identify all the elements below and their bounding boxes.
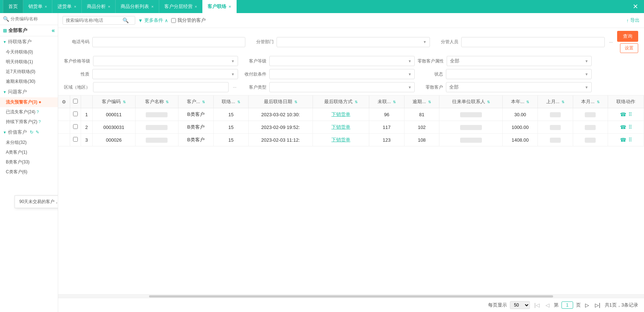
prev-page-button[interactable]: ◁ [544, 302, 551, 308]
first-page-button[interactable]: |◁ [533, 302, 541, 308]
settings-button[interactable]: 设置 [620, 43, 638, 53]
col-this-month[interactable]: 本月... ⇅ [573, 96, 608, 108]
sidebar-all-customers[interactable]: ⊞ 全部客户 « [0, 25, 58, 36]
search-submit-icon[interactable]: 🔍 [122, 17, 129, 23]
nature-select[interactable]: ▼ [92, 69, 238, 79]
sidebar-item-b-class[interactable]: B类客户(33) [0, 157, 58, 167]
sidebar-item-c-class[interactable]: C类客户(6) [0, 167, 58, 177]
nav-tab-customer-segment[interactable]: 客户分层经营 × [159, 0, 202, 13]
row3-more-icon[interactable]: ⠿ [628, 137, 632, 143]
col-code[interactable]: 客户编码 ⇅ [92, 96, 135, 108]
nav-tab-purchase[interactable]: 进货单 × [52, 0, 81, 13]
sidebar-item-week-contact[interactable]: 近7天待联络(0) [0, 67, 58, 77]
sidebar-search-input[interactable] [11, 16, 58, 21]
manager-select[interactable] [461, 37, 605, 47]
row2-not-contacted: 117 [369, 121, 404, 134]
col-not-contacted[interactable]: 未联... ⇅ [369, 96, 404, 108]
manager-more-button[interactable]: ··· [608, 40, 614, 45]
col-last-month[interactable]: 上月... ⇅ [538, 96, 573, 108]
row2-contact-icon[interactable]: ☎ [620, 124, 626, 130]
row1-more-icon[interactable]: ⠿ [628, 112, 632, 117]
nav-tab-customer-contact[interactable]: 客户联络 × [202, 0, 236, 13]
page-number-input[interactable] [562, 301, 573, 309]
row1-contact-icon[interactable]: ☎ [620, 112, 626, 117]
nav-tab-home[interactable]: 首页 [3, 0, 23, 13]
retail-select[interactable]: 全部 ▼ [446, 82, 592, 92]
dept-select[interactable]: ▼ [277, 37, 430, 47]
col-name[interactable]: 客户名称 ⇅ [135, 96, 178, 108]
col-last-contact-date[interactable]: 最后联络日期 ⇅ [249, 96, 313, 108]
row2-way-link[interactable]: 下销货单 [331, 124, 350, 130]
col-settings[interactable]: ⚙ [58, 96, 70, 108]
col-last-contact-way[interactable]: 最后联络方式 ⇅ [313, 96, 369, 108]
overdue-sort-icon: ⇅ [428, 100, 431, 104]
sidebar-item-tomorrow-contact[interactable]: 明天待联络(1) [0, 57, 58, 67]
my-customers-checkbox[interactable] [171, 18, 176, 23]
phone-input[interactable] [92, 37, 245, 47]
sidebar-item-ungrouped[interactable]: 未分组(32) [0, 138, 58, 147]
row3-check[interactable] [73, 137, 78, 142]
sidebar-group-value[interactable]: ▼ 价值客户 ↻ ✎ [0, 127, 58, 138]
sidebar-item-a-class[interactable]: A类客户(1) [0, 147, 58, 157]
status-select[interactable]: ▼ [446, 69, 592, 79]
row3-name [135, 134, 178, 146]
row2-type: B类客户 [178, 121, 214, 134]
analysis-list-tab-close[interactable]: × [151, 4, 153, 9]
more-filter-button[interactable]: ▼ 更多条件 ∧ [138, 17, 168, 24]
customer-type-select[interactable]: ▼ [269, 82, 415, 92]
retail-attr-select[interactable]: 全部 ▼ [447, 56, 592, 66]
query-button[interactable]: 查询 [617, 31, 638, 42]
refresh-icon[interactable]: ↻ [30, 130, 33, 135]
sales-tab-close[interactable]: × [45, 4, 47, 9]
nav-tab-sales[interactable]: 销货单 × [23, 0, 52, 13]
row2-more-icon[interactable]: ⠿ [628, 124, 632, 130]
row3-contact-icon[interactable]: ☎ [620, 137, 626, 143]
sidebar-item-today-contact[interactable]: 今天待联络(0) [0, 47, 58, 57]
customer-segment-tab-close[interactable]: × [195, 4, 197, 9]
search-input[interactable] [66, 18, 120, 23]
horizontal-scroll-track[interactable] [58, 294, 644, 298]
col-not-contacted-label: 未联... [378, 99, 391, 104]
row1-way-link[interactable]: 下销货单 [331, 112, 350, 117]
sidebar-item-declining[interactable]: 持续下滑客户(2) ? [0, 117, 58, 127]
region-input[interactable] [93, 82, 229, 92]
col-contact[interactable]: 联络... ⇅ [213, 96, 249, 108]
export-button[interactable]: ↑ 导出 [627, 17, 640, 24]
edit-value-icon[interactable]: ✎ [36, 130, 39, 135]
col-overdue[interactable]: 逾期... ⇅ [404, 96, 439, 108]
close-all-tabs-button[interactable]: ✕ [630, 3, 641, 11]
row1-num: 1 [81, 108, 92, 121]
last-page-button[interactable]: ▷| [593, 302, 602, 308]
export-icon: ↑ [627, 18, 629, 23]
row2-check[interactable] [73, 124, 78, 129]
customer-contact-tab-close[interactable]: × [229, 4, 231, 9]
sidebar-item-churn-warning[interactable]: 流失预警客户(3) ● [0, 97, 58, 107]
nav-tab-analysis-list[interactable]: 商品分析列表 × [116, 0, 159, 13]
row2-unit-contact [439, 121, 503, 134]
select-all-checkbox[interactable] [73, 99, 78, 104]
price-level-select[interactable]: ▼ [93, 56, 238, 66]
region-more-button[interactable]: ··· [232, 85, 238, 90]
payment-select[interactable]: ▼ [269, 69, 415, 79]
sidebar-item-overdue-contact[interactable]: 逾期未联络(30) [0, 77, 58, 86]
sidebar-item-churned[interactable]: 已流失客户(24) ? [0, 107, 58, 117]
col-this-year[interactable]: 本年... ⇅ [503, 96, 538, 108]
col-last-month-label: 上月... [546, 99, 560, 104]
col-type[interactable]: 客户... ⇅ [178, 96, 214, 108]
nav-tab-analysis[interactable]: 商品分析 × [82, 0, 116, 13]
analysis-tab-close[interactable]: × [108, 4, 110, 9]
per-page-select[interactable]: 50 100 200 [510, 301, 530, 309]
sidebar-group-problem[interactable]: ▼ 问题客户 [0, 86, 58, 97]
col-unit-contact[interactable]: 往来单位联系人 ⇅ [439, 96, 503, 108]
row2-name [135, 121, 178, 134]
dept-label: 分管部门 [248, 39, 274, 45]
horizontal-scroll-thumb[interactable] [149, 295, 553, 297]
row1-check[interactable] [73, 112, 78, 116]
next-page-button[interactable]: ▷ [584, 302, 591, 308]
row3-way-link[interactable]: 下销货单 [331, 137, 350, 142]
customer-level-select[interactable]: ▼ [269, 56, 415, 66]
problem-arrow-icon: ▼ [3, 90, 7, 94]
row1-last-month [538, 108, 573, 121]
purchase-tab-close[interactable]: × [74, 4, 76, 9]
sidebar-group-pending[interactable]: ▼ 待联络客户 [0, 36, 58, 47]
